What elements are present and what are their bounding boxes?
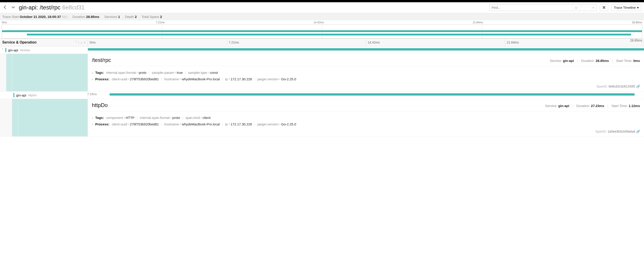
process-row[interactable]: ›Process: client-uuid=276f753b920bed81 |… <box>92 76 640 82</box>
find-target-icon[interactable]: ◎ <box>573 5 579 11</box>
span-operation: httpDo <box>28 94 36 97</box>
span-bar[interactable] <box>110 93 634 96</box>
back-icon[interactable] <box>3 5 8 10</box>
minimap-span-1 <box>2 30 642 32</box>
process-row[interactable]: ›Process: client-uuid=276f753b920bed81 |… <box>92 121 640 127</box>
link-icon[interactable]: 🔗 <box>636 85 640 88</box>
expand-one-icon[interactable]: › <box>78 41 79 44</box>
view-selector-label: Trace Timeline <box>614 6 636 10</box>
chevron-down-icon[interactable] <box>11 5 16 10</box>
timeline-header: Service & Operation ˅ › ⌄ » 0ms 7.21ms 1… <box>0 38 644 47</box>
chevron-down-icon[interactable]: ˅ <box>2 48 4 52</box>
span-row[interactable]: ˅ gin-api /test/rpc <box>0 47 644 54</box>
collapse-one-icon[interactable]: ˅ <box>75 41 77 44</box>
chevron-down-icon: ▾ <box>637 6 639 10</box>
span-bar[interactable] <box>88 48 644 51</box>
expand-all-icon[interactable]: » <box>84 41 85 44</box>
tags-row[interactable]: ›Tags: internal.span.format=proto | samp… <box>92 69 640 76</box>
detail-title: /test/rpc <box>92 57 111 63</box>
service-operation-label: Service & Operation <box>2 40 36 45</box>
span-duration-label: 7.23ms <box>88 92 97 96</box>
trace-header: gin-api: /test/rpc 6e8cd31 ◎ ˄ ˅ ✕ ⌘ Tra… <box>0 2 644 13</box>
service-color-bar <box>6 48 6 52</box>
minimap-ticks: 0ms7.21ms14.42ms21.64ms28.85ms <box>0 21 644 25</box>
span-service: gin-api <box>16 93 26 97</box>
span-row[interactable]: gin-api httpDo 7.23ms <box>0 92 644 99</box>
title-trace-id: 6e8cd31 <box>62 4 85 11</box>
find-bar: ◎ ˄ ˅ ✕ <box>489 4 597 11</box>
view-selector[interactable]: Trace Timeline▾ <box>611 4 641 11</box>
span-detail: /test/rpc Service: gin-api| Duration: 28… <box>0 54 644 92</box>
service-color-bar <box>14 93 14 97</box>
minimap[interactable] <box>2 25 642 38</box>
span-id: SpanID: 6e8cd313c61240f2 🔗 <box>92 82 640 88</box>
keyboard-shortcuts-button[interactable]: ⌘ <box>600 4 608 11</box>
span-detail: httpDo Service: gin-api| Duration: 27.23… <box>0 99 644 137</box>
find-clear-icon[interactable]: ✕ <box>590 5 596 11</box>
trace-title: gin-api: /test/rpc 6e8cd31 <box>19 4 85 11</box>
window-chrome <box>0 0 644 2</box>
detail-title: httpDo <box>92 102 108 108</box>
collapse-all-icon[interactable]: ⌄ <box>80 41 82 44</box>
tags-row[interactable]: ›Tags: component=HTTP | internal.span.fo… <box>92 114 640 121</box>
span-operation: /test/rpc <box>20 49 30 52</box>
link-icon[interactable]: 🔗 <box>636 130 640 133</box>
find-prev-icon[interactable]: ˄ <box>579 5 584 11</box>
title-operation: /test/rpc <box>40 4 60 11</box>
minimap-span-2 <box>27 34 631 36</box>
span-id: SpanID: 1a0ee3b3c049a4a4 🔗 <box>92 127 640 133</box>
title-service: gin-api: <box>19 4 38 11</box>
find-input[interactable] <box>490 6 573 10</box>
span-service: gin-api <box>8 48 18 52</box>
find-next-icon[interactable]: ˅ <box>584 5 590 11</box>
trace-stats: Trace Start October 21 2020, 18:05:37.96… <box>0 13 644 21</box>
